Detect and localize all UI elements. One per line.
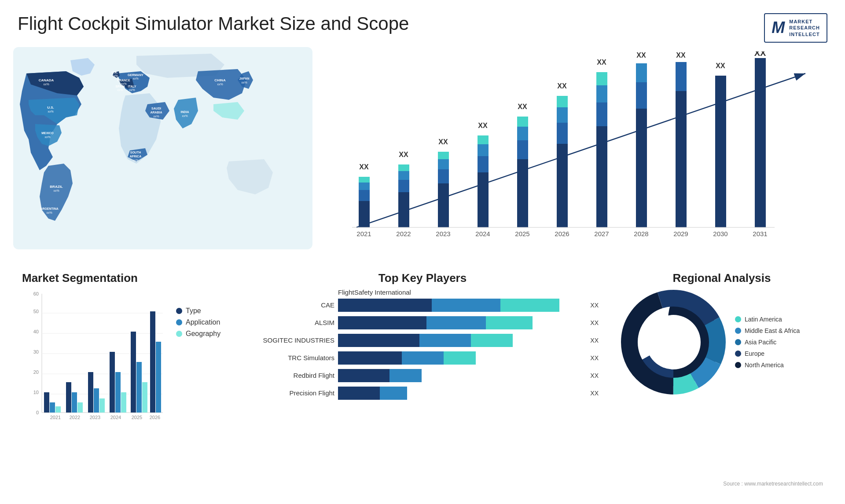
svg-rect-119	[110, 352, 115, 413]
player-name-precision: Precision Flight	[246, 389, 334, 397]
svg-text:xx%: xx%	[241, 81, 247, 84]
svg-rect-67	[596, 85, 607, 102]
svg-rect-42	[398, 171, 409, 180]
svg-text:xx%: xx%	[44, 135, 50, 139]
player-bar-seg1-redbird	[338, 369, 389, 382]
svg-text:xx%: xx%	[182, 114, 187, 117]
svg-text:XX: XX	[478, 122, 488, 129]
map-area: CANADA xx% U.S. xx% MEXICO xx% BRAZIL xx…	[13, 47, 312, 263]
svg-rect-117	[99, 398, 105, 413]
svg-text:2026: 2026	[555, 230, 569, 237]
legend-label-application: Application	[186, 318, 220, 326]
svg-text:xx%: xx%	[43, 83, 49, 86]
legend-color-middle-east	[735, 328, 741, 334]
svg-text:GERMANY: GERMANY	[128, 73, 143, 77]
svg-rect-75	[676, 62, 687, 91]
legend-label-north-america: North America	[745, 362, 784, 369]
player-bar-seg1-trc	[338, 351, 402, 365]
player-row-trc: TRC Simulators XX	[246, 351, 599, 365]
svg-rect-123	[131, 332, 136, 413]
player-bar-seg2-sogitec	[419, 334, 471, 347]
player-value-precision: XX	[590, 390, 599, 397]
svg-text:XX: XX	[754, 51, 766, 58]
donut-container: Latin America Middle East & Africa Asia …	[621, 289, 823, 395]
regional-title: Regional Analysis	[621, 271, 823, 285]
svg-rect-124	[136, 362, 142, 413]
svg-rect-65	[596, 126, 607, 227]
svg-text:0: 0	[36, 410, 39, 415]
svg-text:ITALY: ITALY	[128, 85, 136, 88]
legend-color-asia-pacific	[735, 339, 741, 345]
svg-text:xx%: xx%	[46, 211, 52, 214]
svg-rect-127	[150, 311, 155, 413]
player-bar-seg1-alsim	[338, 316, 426, 329]
svg-text:BRAZIL: BRAZIL	[50, 185, 62, 189]
svg-text:2021: 2021	[50, 415, 61, 420]
regional-legend: Latin America Middle East & Africa Asia …	[735, 316, 800, 369]
page-header: Flight Cockpit Simulator Market Size and…	[0, 0, 845, 47]
svg-text:2023: 2023	[90, 415, 100, 420]
svg-text:INDIA: INDIA	[180, 110, 189, 113]
svg-rect-51	[478, 156, 489, 172]
svg-text:2029: 2029	[673, 230, 688, 237]
player-bar-seg2-redbird	[389, 369, 422, 382]
svg-text:2024: 2024	[110, 415, 121, 420]
svg-text:XX: XX	[676, 51, 686, 59]
svg-rect-121	[121, 392, 126, 413]
source-text: Source : www.marketresearchintellect.com	[723, 481, 823, 487]
svg-text:SPAIN: SPAIN	[116, 85, 125, 88]
svg-line-34	[356, 73, 805, 227]
players-section: Top Key Players FlightSafety Internation…	[233, 267, 612, 496]
svg-rect-37	[359, 183, 370, 190]
svg-text:SAUDI: SAUDI	[151, 107, 161, 110]
svg-rect-56	[517, 140, 528, 159]
svg-rect-58	[517, 117, 528, 127]
svg-rect-47	[438, 159, 449, 169]
svg-rect-70	[636, 109, 647, 227]
svg-text:30: 30	[33, 349, 39, 354]
svg-text:60: 60	[33, 291, 39, 296]
svg-rect-108	[50, 402, 55, 413]
player-value-cae: XX	[590, 302, 599, 309]
svg-text:XX: XX	[438, 138, 448, 146]
svg-rect-63	[557, 96, 568, 107]
svg-text:2027: 2027	[594, 230, 609, 237]
players-title: Top Key Players	[246, 271, 599, 285]
svg-rect-45	[438, 183, 449, 227]
svg-text:2022: 2022	[70, 415, 80, 420]
svg-text:20: 20	[33, 369, 39, 375]
svg-text:xx%: xx%	[112, 74, 118, 77]
svg-text:2023: 2023	[436, 230, 450, 237]
player-value-trc: XX	[590, 354, 599, 362]
legend-middle-east: Middle East & Africa	[735, 327, 800, 334]
page-title: Flight Cockpit Simulator Market Size and…	[18, 13, 409, 34]
player-bar-seg3-cae	[500, 299, 559, 312]
player-row-precision: Precision Flight XX	[246, 387, 599, 400]
segmentation-legend: Type Application Geography	[176, 307, 220, 338]
growth-bar-chart: XX XX XX XX XX	[321, 51, 823, 249]
player-bar-precision	[338, 387, 584, 400]
legend-item-type: Type	[176, 307, 220, 315]
legend-label-middle-east: Middle East & Africa	[745, 327, 800, 334]
player-name-cae: CAE	[246, 301, 334, 309]
svg-text:xx%: xx%	[117, 88, 123, 91]
player-name-sogitec: SOGITEC INDUSTRIES	[246, 336, 334, 344]
svg-text:xx%: xx%	[48, 110, 53, 113]
legend-label-latin-america: Latin America	[745, 316, 782, 323]
world-map: CANADA xx% U.S. xx% MEXICO xx% BRAZIL xx…	[13, 47, 312, 249]
svg-text:xx%: xx%	[153, 115, 159, 118]
svg-rect-53	[478, 135, 489, 144]
svg-rect-71	[636, 82, 647, 109]
svg-rect-116	[94, 388, 99, 413]
legend-item-geography: Geography	[176, 330, 220, 338]
player-bar-trc	[338, 351, 584, 365]
svg-rect-109	[55, 406, 61, 413]
svg-text:CHINA: CHINA	[214, 78, 226, 82]
legend-dot-application	[176, 319, 182, 325]
growth-chart-area: XX XX XX XX XX	[312, 47, 832, 263]
player-bar-seg1-sogitec	[338, 334, 419, 347]
svg-rect-120	[115, 372, 121, 413]
player-bar-redbird	[338, 369, 584, 382]
player-bar-seg2-alsim	[426, 316, 485, 329]
player-bar-alsim	[338, 316, 584, 329]
